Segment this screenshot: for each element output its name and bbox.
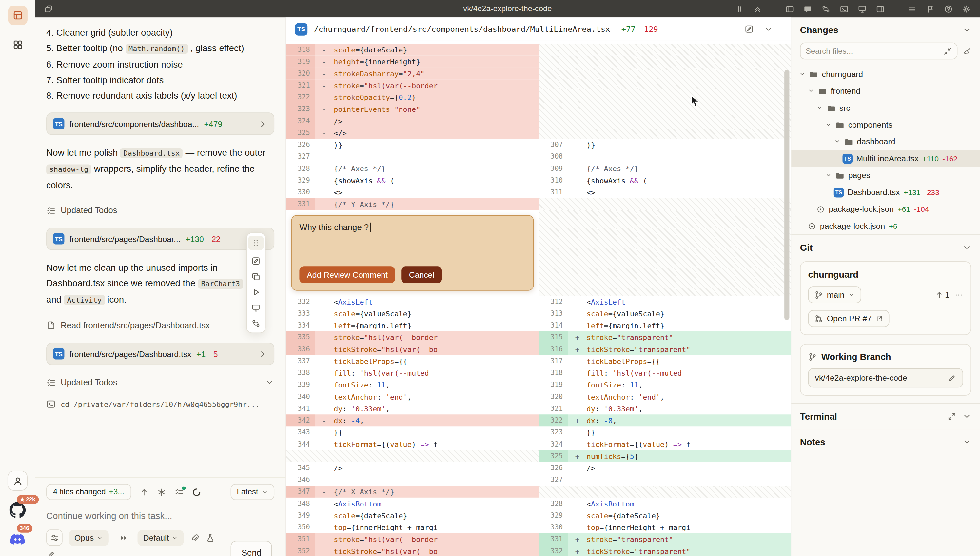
tree-folder-churnguard[interactable]: churnguard — [791, 66, 980, 82]
cancel-button[interactable]: Cancel — [402, 266, 442, 283]
pause-icon[interactable] — [735, 4, 745, 13]
diff-line[interactable]: 341 dy: '0.33em', — [286, 402, 538, 414]
diff-line[interactable]: 326 )} — [286, 139, 538, 150]
diff-line[interactable]: 312 <AxisLeft — [539, 296, 791, 307]
diff-line[interactable]: 307 )} — [539, 139, 791, 150]
diff-line[interactable]: 343 }} — [286, 426, 538, 438]
diff-scrollbar[interactable] — [784, 70, 789, 320]
diff-line[interactable]: 342- dx: -4, — [286, 414, 538, 426]
drag-handle[interactable] — [248, 236, 264, 250]
tree-folder-components[interactable]: components — [791, 116, 980, 133]
diff-line[interactable] — [539, 486, 791, 498]
diff-line[interactable]: 323 }} — [539, 426, 791, 438]
file-change-chip[interactable]: TS frontend/src/components/dashboa... +4… — [46, 112, 274, 135]
edit-diff-icon[interactable] — [251, 256, 261, 266]
diff-line[interactable]: 335- stroke="hsl(var(--border — [286, 331, 538, 343]
diff-line[interactable] — [539, 198, 791, 210]
diff-line[interactable] — [539, 56, 791, 68]
tree-file-package-lock-json[interactable]: package-lock.json+6 — [791, 218, 980, 234]
diff-line[interactable]: 311 <> — [539, 186, 791, 198]
account-button[interactable] — [8, 471, 27, 491]
diff-line[interactable]: 340 textAnchor: 'end', — [286, 391, 538, 402]
chevron-down-icon[interactable] — [265, 378, 274, 387]
diff-line[interactable]: 348 <AxisBottom — [286, 498, 538, 509]
diff-line[interactable]: 313 scale={valueScale} — [539, 307, 791, 319]
workspace-tab-active[interactable] — [8, 6, 27, 25]
chevron-down-icon[interactable] — [962, 26, 972, 34]
help-icon[interactable] — [944, 4, 953, 13]
diff-line[interactable]: 325+ numTicks={5} — [539, 450, 791, 462]
diff-line[interactable]: 321 dy: '0.33em', — [539, 402, 791, 414]
diff-line[interactable]: 327 — [539, 474, 791, 485]
diff-line[interactable]: 320 textAnchor: 'end', — [539, 391, 791, 402]
diff-line[interactable]: 349 scale={dateScale} — [286, 509, 538, 521]
collapse-up-icon[interactable] — [753, 4, 763, 13]
diff-line[interactable]: 310 {showAxis && ( — [539, 175, 791, 186]
comment-icon[interactable] — [803, 4, 812, 13]
diff-line[interactable]: 319- height={innerHeight} — [286, 56, 538, 68]
open-pr-button[interactable]: Open PR #7 — [808, 310, 889, 327]
tree-file-dashboard-tsx[interactable]: TSDashboard.tsx+131-233 — [791, 184, 980, 200]
chevron-down-icon[interactable] — [962, 412, 972, 421]
push-count[interactable]: 1 — [935, 291, 949, 299]
mode-selector[interactable]: Default — [138, 530, 184, 546]
diff-line[interactable]: 324 tickFormat={(value) => f — [539, 438, 791, 450]
play-icon[interactable] — [251, 288, 261, 297]
tree-file-multilinearea-tsx[interactable]: TSMultiLineArea.tsx+110-162 — [791, 150, 980, 167]
diff-line[interactable] — [539, 44, 791, 55]
flag-icon[interactable] — [925, 4, 935, 13]
panel-left-icon[interactable] — [785, 4, 794, 13]
diff-line[interactable]: 350 top={innerHeight + margi — [286, 521, 538, 533]
files-changed-chip[interactable]: 4 files changed +3... — [46, 484, 131, 500]
diff-line[interactable]: 331- {/* Y Axis */} — [286, 198, 538, 210]
working-branch-field[interactable]: vk/4e2a-explore-the-code — [808, 368, 963, 388]
compact-button[interactable] — [157, 487, 166, 497]
diff-line[interactable]: 328 <AxisBottom — [539, 498, 791, 509]
display-icon[interactable] — [251, 303, 261, 313]
diff-line[interactable]: 337 tickLabelProps={{ — [286, 355, 538, 367]
updated-todos-row[interactable]: Updated Todos — [46, 378, 274, 387]
diff-line[interactable]: 324- /> — [286, 115, 538, 127]
panel-right-icon[interactable] — [876, 4, 885, 13]
diff-line[interactable]: 314 left={margin.left} — [539, 319, 791, 331]
diff-line[interactable] — [539, 68, 791, 79]
diff-line[interactable]: 344 tickFormat={(value) => f — [286, 438, 538, 450]
more-icon[interactable] — [954, 291, 963, 299]
diff-line[interactable] — [539, 103, 791, 115]
diff-line[interactable]: 319 fontSize: 11, — [539, 379, 791, 391]
diff-line[interactable]: 346 — [286, 474, 538, 485]
diff-line[interactable]: 339 fontSize: 11, — [286, 379, 538, 391]
copy-icon[interactable] — [251, 272, 261, 281]
diff-line[interactable]: 333 scale={valueScale} — [286, 307, 538, 319]
todos-button[interactable] — [174, 487, 184, 497]
scroll-top-button[interactable] — [139, 487, 149, 497]
diff-line[interactable]: 330 top={innerHeight + margi — [539, 521, 791, 533]
diff-line[interactable]: 347- {/* X Axis */} — [286, 486, 538, 498]
diff-line[interactable]: 334 left={margin.left} — [286, 319, 538, 331]
git-compare-icon[interactable] — [821, 4, 831, 13]
diff-line[interactable]: 332+ tickStroke="transparent" — [539, 545, 791, 556]
diff-line[interactable]: 317 tickLabelProps={{ — [539, 355, 791, 367]
branch-selector[interactable]: main — [808, 286, 861, 303]
diff-line[interactable]: 329 {showAxis && ( — [286, 175, 538, 186]
diff-line[interactable]: 329 scale={dateScale} — [539, 509, 791, 521]
diff-line[interactable]: 323- pointerEvents="none" — [286, 103, 538, 115]
window-stack-icon[interactable] — [44, 4, 53, 13]
diff-line[interactable]: 316+ tickStroke="transparent" — [539, 343, 791, 355]
diff-line[interactable] — [539, 127, 791, 139]
diff-line[interactable]: 326 /> — [539, 462, 791, 474]
updated-todos-row[interactable]: Updated Todos — [46, 205, 274, 215]
diff-line[interactable]: 327 — [286, 151, 538, 163]
github-link[interactable]: ★22k — [8, 500, 27, 520]
version-dropdown[interactable]: Latest — [231, 484, 274, 500]
diff-line[interactable]: 318- scale={dateScale} — [286, 44, 538, 55]
search-input[interactable] — [806, 47, 940, 55]
paperclip-icon[interactable] — [190, 533, 200, 543]
file-change-chip[interactable]: TS frontend/src/pages/Dashboar... +130 -… — [46, 228, 274, 250]
changes-section-header[interactable]: Changes — [791, 18, 980, 42]
diff-line[interactable]: 336- tickStroke="hsl(var(--bo — [286, 343, 538, 355]
pencil-icon[interactable] — [46, 550, 56, 556]
diff-line[interactable]: 332 <AxisLeft — [286, 296, 538, 307]
diff-line[interactable]: 321- stroke="hsl(var(--border — [286, 79, 538, 91]
search-files-box[interactable] — [800, 43, 958, 59]
